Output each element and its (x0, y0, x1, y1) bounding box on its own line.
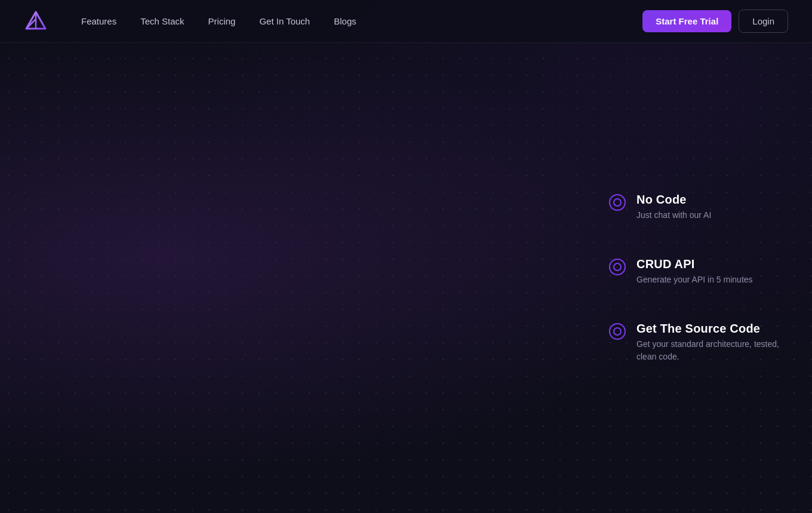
feature-item-no-code: No Code Just chat with our AI (609, 193, 788, 222)
nav-link-features[interactable]: Features (72, 11, 126, 31)
features-panel: No Code Just chat with our AI CRUD API G… (597, 43, 812, 513)
nav-link-get-in-touch[interactable]: Get In Touch (250, 11, 319, 31)
logo[interactable] (24, 10, 48, 33)
start-free-trial-button[interactable]: Start Free Trial (642, 10, 731, 32)
no-code-text: No Code Just chat with our AI (636, 193, 711, 222)
logo-icon (24, 10, 48, 33)
no-code-description: Just chat with our AI (636, 209, 711, 222)
source-code-icon (609, 323, 626, 340)
crud-api-icon (609, 259, 626, 275)
source-code-text: Get The Source Code Get your standard ar… (636, 322, 780, 363)
crud-api-description: Generate your API in 5 minutes (636, 274, 753, 286)
navbar: Features Tech Stack Pricing Get In Touch… (0, 0, 812, 43)
navbar-left: Features Tech Stack Pricing Get In Touch… (24, 10, 366, 33)
nav-link-pricing[interactable]: Pricing (199, 11, 245, 31)
nav-link-tech-stack[interactable]: Tech Stack (131, 11, 193, 31)
navbar-right: Start Free Trial Login (642, 10, 788, 33)
nav-links: Features Tech Stack Pricing Get In Touch… (72, 11, 366, 31)
no-code-icon (609, 194, 626, 211)
hero-panel (0, 43, 597, 513)
source-code-title: Get The Source Code (636, 322, 780, 336)
feature-item-source-code: Get The Source Code Get your standard ar… (609, 322, 788, 363)
source-code-description: Get your standard architecture, tested, … (636, 338, 780, 363)
feature-item-crud-api: CRUD API Generate your API in 5 minutes (609, 257, 788, 286)
no-code-title: No Code (636, 193, 711, 207)
crud-api-title: CRUD API (636, 257, 753, 271)
login-button[interactable]: Login (739, 10, 788, 33)
nav-link-blogs[interactable]: Blogs (324, 11, 366, 31)
main-content: No Code Just chat with our AI CRUD API G… (0, 43, 812, 513)
crud-api-text: CRUD API Generate your API in 5 minutes (636, 257, 753, 286)
